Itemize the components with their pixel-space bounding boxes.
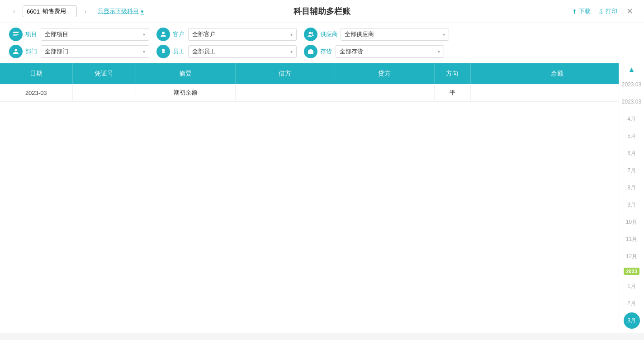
col-header-date: 日期	[0, 63, 72, 84]
show-sub-label: 只显示下级科目	[98, 7, 139, 15]
inventory-label: 存货	[320, 47, 333, 56]
timeline-item[interactable]: 2023.03	[619, 93, 644, 110]
svg-rect-0	[13, 32, 19, 33]
timeline-item-label: 6月	[627, 150, 636, 157]
main-window: ‹ 6601 销售费用 › 只显示下级科目 ▾ 科目辅助多栏账 ⬆ 下载 🖨 打…	[0, 0, 644, 340]
customer-value: 全部客户	[192, 30, 216, 38]
timeline-item[interactable]: 3月	[619, 312, 644, 329]
col-header-voucher: 凭证号	[72, 63, 136, 84]
employee-label: 员工	[173, 47, 185, 56]
timeline-item[interactable]: 5月	[619, 128, 644, 145]
project-select[interactable]: 全部项目 ▾	[41, 28, 149, 41]
project-label: 项目	[25, 30, 38, 38]
svg-point-6	[15, 49, 17, 52]
cell-debit	[235, 84, 335, 102]
inventory-value: 全部存货	[340, 47, 363, 56]
timeline-item[interactable]: 8月	[619, 179, 644, 196]
department-arrow-icon: ▾	[143, 49, 145, 54]
account-code-box: 6601 销售费用	[23, 5, 77, 17]
table-container: 日期 凭证号 摘要 借方 贷方 方向 余额 2023-03期初余额平	[0, 63, 644, 333]
download-icon: ⬆	[572, 8, 577, 15]
svg-rect-2	[13, 36, 17, 37]
col-header-direction: 方向	[434, 63, 470, 84]
timeline-item[interactable]: 2月	[619, 295, 644, 312]
col-header-balance: 余额	[470, 63, 644, 84]
col-header-credit: 贷方	[335, 63, 434, 84]
account-code: 6601	[27, 8, 40, 15]
cell-direction: 平	[434, 84, 470, 102]
table-body: 2023-03期初余额平	[0, 84, 644, 102]
page-title: 科目辅助多栏账	[294, 6, 350, 17]
horizontal-scrollbar[interactable]	[0, 333, 644, 340]
print-label: 打印	[606, 7, 617, 15]
employee-select[interactable]: 全部员工 ▾	[188, 45, 297, 58]
inventory-select[interactable]: 全部存货 ▾	[336, 45, 444, 58]
year-badge: 2023	[624, 268, 639, 275]
chevron-down-icon: ▾	[141, 8, 144, 15]
download-label: 下载	[579, 7, 591, 15]
filter-item-employee: 员工 全部员工 ▾	[156, 45, 297, 58]
timeline-list: 2023.032023.034月5月6月7月8月9月10月11月12月20231…	[619, 76, 644, 333]
supplier-icon	[304, 28, 317, 41]
supplier-select[interactable]: 全部供应商 ▾	[341, 28, 449, 41]
svg-point-5	[311, 32, 313, 34]
project-value: 全部项目	[45, 30, 68, 38]
next-account-btn[interactable]: ›	[80, 6, 90, 16]
svg-point-4	[309, 32, 311, 34]
timeline-item[interactable]: 10月	[619, 213, 644, 231]
timeline-item[interactable]: 1月	[619, 278, 644, 295]
table-header-row: 日期 凭证号 摘要 借方 贷方 方向 余额	[0, 63, 644, 84]
chevron-up-icon: ▲	[628, 66, 635, 74]
project-icon	[9, 28, 23, 41]
supplier-label: 供应商	[320, 30, 338, 38]
supplier-value: 全部供应商	[345, 30, 374, 38]
title-left: ‹ 6601 销售费用 › 只显示下级科目 ▾	[9, 5, 147, 17]
supplier-arrow-icon: ▾	[443, 32, 445, 37]
timeline-item[interactable]: 11月	[619, 231, 644, 248]
title-actions: ⬆ 下载 🖨 打印 ✕	[572, 6, 635, 16]
timeline-item[interactable]: 2023.03	[619, 76, 644, 93]
timeline-item[interactable]: 6月	[619, 145, 644, 162]
print-btn[interactable]: 🖨 打印	[598, 7, 617, 15]
timeline-item-label: 5月	[627, 132, 636, 140]
timeline-item[interactable]: 7月	[619, 162, 644, 179]
show-sub-dropdown-btn[interactable]: 只显示下级科目 ▾	[94, 5, 147, 17]
project-arrow-icon: ▾	[143, 32, 145, 37]
timeline-item-label: 2月	[627, 300, 636, 307]
filter-item-project: 项目 全部项目 ▾	[9, 28, 149, 41]
timeline-item-label: 11月	[626, 236, 637, 243]
cell-voucher	[72, 84, 136, 102]
filter-item-department: 部门 全部部门 ▾	[9, 45, 149, 58]
filter-row-1: 项目 全部项目 ▾ 客户 全部客户 ▾	[9, 28, 635, 41]
timeline-item-label: 8月	[627, 184, 636, 192]
filter-row-2: 部门 全部部门 ▾ 员工 全部员工 ▾	[9, 45, 635, 58]
cell-date: 2023-03	[0, 84, 72, 102]
employee-icon	[156, 45, 170, 58]
customer-select[interactable]: 全部客户 ▾	[188, 28, 297, 41]
print-icon: 🖨	[598, 8, 604, 15]
right-sidebar: ▲ 2023.032023.034月5月6月7月8月9月10月11月12月202…	[619, 63, 644, 333]
customer-label: 客户	[173, 30, 185, 38]
timeline-item-label: 1月	[627, 283, 636, 290]
svg-point-3	[162, 32, 165, 34]
close-btn[interactable]: ✕	[625, 6, 635, 16]
timeline-item[interactable]: 12月	[619, 248, 644, 265]
timeline-item[interactable]: 4月	[619, 110, 644, 128]
timeline-item[interactable]: 9月	[619, 196, 644, 213]
customer-icon	[156, 28, 170, 41]
department-value: 全部部门	[45, 47, 68, 56]
department-select[interactable]: 全部部门 ▾	[41, 45, 149, 58]
timeline-item-label: 2023.03	[622, 99, 641, 105]
filter-area: 项目 全部项目 ▾ 客户 全部客户 ▾	[0, 23, 644, 63]
svg-rect-8	[310, 52, 312, 54]
timeline-item[interactable]: 2023	[619, 265, 644, 278]
department-icon	[9, 45, 23, 58]
prev-account-btn[interactable]: ‹	[9, 6, 19, 16]
customer-arrow-icon: ▾	[290, 32, 293, 37]
cell-summary: 期初余额	[136, 84, 235, 102]
timeline-scroll-up-btn[interactable]: ▲	[619, 63, 644, 76]
download-btn[interactable]: ⬆ 下载	[572, 7, 591, 15]
employee-arrow-icon: ▾	[290, 49, 293, 54]
filter-item-supplier: 供应商 全部供应商 ▾	[304, 28, 449, 41]
inventory-arrow-icon: ▾	[438, 49, 440, 54]
